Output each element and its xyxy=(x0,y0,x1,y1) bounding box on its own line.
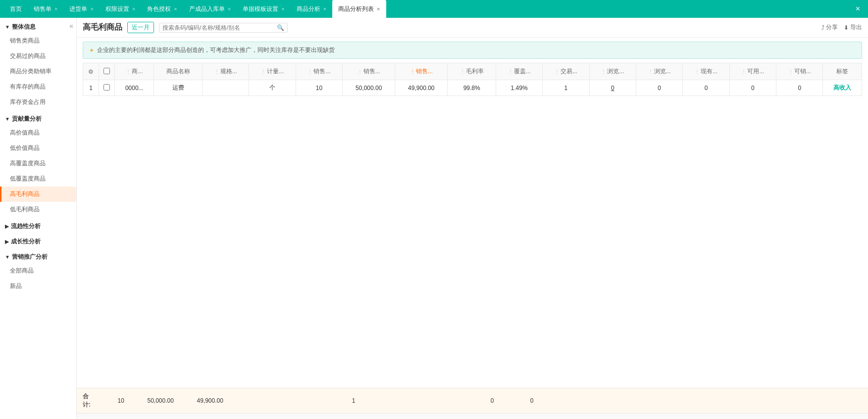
nav-analysis-list[interactable]: 商品分析列表 × xyxy=(332,0,386,18)
window-close-button[interactable]: × xyxy=(852,4,864,13)
cell-trade: 1 xyxy=(543,80,589,96)
close-icon[interactable]: × xyxy=(281,6,284,12)
table-header-row: ⚙ ⋮商... 商品名称 ⋮规格... ⋮计量... ⋮销售... ⋮销售...… xyxy=(83,63,862,80)
sidebar-item-traded-goods[interactable]: 交易过的商品 xyxy=(0,48,76,64)
th-saleable[interactable]: ⋮可销... xyxy=(776,63,823,80)
content-area: 高毛利商品 近一月 🔍 ⤴ 分享 ⬇ 导出 ✦ 企业的主要的利润都是这部分商品创… xyxy=(77,18,868,419)
th-trade[interactable]: ⋮交易... xyxy=(543,63,589,80)
sidebar-item-high-coverage[interactable]: 高覆盖度商品 xyxy=(0,156,76,171)
th-checkbox[interactable] xyxy=(99,63,115,80)
table-row: 1 0000... 运费 个 10 50,000.00 49,900.00 99… xyxy=(83,80,862,96)
nav-sales[interactable]: 销售单 × xyxy=(28,0,63,18)
chevron-right-icon: ▶ xyxy=(5,239,9,244)
export-button[interactable]: ⬇ 导出 xyxy=(844,23,862,32)
th-gross-rate[interactable]: ⋮毛利率 xyxy=(448,63,496,80)
sidebar-group-flow[interactable]: ▶ 流趋性分析 xyxy=(0,217,76,233)
close-icon[interactable]: × xyxy=(90,6,93,12)
header-actions: ⤴ 分享 ⬇ 导出 xyxy=(821,23,862,32)
nav-purchase[interactable]: 进货单 × xyxy=(63,0,99,18)
sidebar-item-low-value[interactable]: 低价值商品 xyxy=(0,140,76,156)
row-checkbox[interactable] xyxy=(103,84,110,91)
info-banner: ✦ 企业的主要的利润都是这部分商品创造的，可考虑加大推广，同时关注库存是不要出现… xyxy=(83,42,862,59)
th-tag[interactable]: 标签 xyxy=(823,63,862,80)
footer-label: 合计: xyxy=(83,392,96,409)
sidebar-item-stock-funds[interactable]: 库存资金占用 xyxy=(0,94,76,110)
close-icon[interactable]: × xyxy=(54,6,57,12)
close-icon[interactable]: × xyxy=(228,6,231,12)
share-button[interactable]: ⤴ 分享 xyxy=(821,23,838,32)
nav-permission[interactable]: 权限设置 × xyxy=(100,0,141,18)
footer-sales3: 49,900.00 xyxy=(185,397,235,404)
th-browse1[interactable]: ⋮浏览... xyxy=(589,63,636,80)
close-icon[interactable]: × xyxy=(323,6,326,12)
sidebar-item-all-goods[interactable]: 全部商品 xyxy=(0,263,76,279)
sidebar-group-growth[interactable]: ▶ 成长性分析 xyxy=(0,233,76,248)
sidebar-item-new-goods[interactable]: 新品 xyxy=(0,279,76,294)
cell-code: 0000... xyxy=(115,80,154,96)
main-layout: « ▼ 整体信息 销售类商品 交易过的商品 商品分类助销率 有库存的商品 库存资… xyxy=(0,18,868,419)
page-title: 高毛利商品 xyxy=(83,22,122,33)
th-sales2[interactable]: ⋮销售... xyxy=(343,63,395,80)
search-icon[interactable]: 🔍 xyxy=(277,24,284,31)
cell-sales3: 49,900.00 xyxy=(395,80,448,96)
nav-template[interactable]: 单据模板设置 × xyxy=(237,0,290,18)
sidebar-item-category-rate[interactable]: 商品分类助销率 xyxy=(0,64,76,79)
footer-spacer xyxy=(235,397,334,404)
period-button[interactable]: 近一月 xyxy=(127,22,154,33)
content-header: 高毛利商品 近一月 🔍 ⤴ 分享 ⬇ 导出 xyxy=(77,18,868,38)
sidebar-item-high-margin[interactable]: 高毛利商品 xyxy=(0,186,76,202)
footer-sales1: 10 xyxy=(106,397,136,404)
sidebar-item-low-coverage[interactable]: 低覆盖度商品 xyxy=(0,171,76,186)
bottom-scrollbar[interactable] xyxy=(77,413,868,419)
sidebar: « ▼ 整体信息 销售类商品 交易过的商品 商品分类助销率 有库存的商品 库存资… xyxy=(0,18,77,419)
cell-unit: 个 xyxy=(249,80,296,96)
th-coverage[interactable]: ⋮覆盖... xyxy=(496,63,542,80)
th-sales1[interactable]: ⋮销售... xyxy=(296,63,342,80)
sidebar-group-contribution[interactable]: ▼ 贡献量分析 xyxy=(0,110,76,125)
th-code[interactable]: ⋮商... xyxy=(115,63,154,80)
cell-name: 运费 xyxy=(154,80,203,96)
cell-checkbox[interactable] xyxy=(99,80,115,96)
export-icon: ⬇ xyxy=(844,24,849,31)
th-sales3[interactable]: ⋮销售... xyxy=(395,63,448,80)
close-icon[interactable]: × xyxy=(174,6,177,12)
th-name[interactable]: 商品名称 xyxy=(154,63,203,80)
nav-analysis[interactable]: 商品分析 × xyxy=(291,0,332,18)
footer-current: 0 xyxy=(472,397,512,404)
cell-index: 1 xyxy=(83,80,99,96)
sidebar-item-high-value[interactable]: 高价值商品 xyxy=(0,125,76,140)
chevron-down-icon: ▼ xyxy=(5,116,10,122)
th-available[interactable]: ⋮可用... xyxy=(729,63,776,80)
th-browse2[interactable]: ⋮浏览... xyxy=(636,63,683,80)
cell-sales2: 50,000.00 xyxy=(343,80,395,96)
sidebar-item-low-margin[interactable]: 低毛利商品 xyxy=(0,202,76,217)
nav-product-entry[interactable]: 产成品入库单 × xyxy=(183,0,237,18)
chevron-down-icon: ▼ xyxy=(5,24,10,30)
cell-browse1[interactable]: 0 xyxy=(589,80,636,96)
select-all-checkbox[interactable] xyxy=(103,68,110,74)
top-nav: 首页 销售单 × 进货单 × 权限设置 × 角色授权 × 产成品入库单 × 单据… xyxy=(0,0,868,18)
nav-role[interactable]: 角色授权 × xyxy=(141,0,183,18)
th-current[interactable]: ⋮现有... xyxy=(683,63,729,80)
nav-home[interactable]: 首页 xyxy=(4,0,28,18)
footer-sales2: 50,000.00 xyxy=(136,397,185,404)
cell-coverage: 1.49% xyxy=(496,80,542,96)
data-table: ⚙ ⋮商... 商品名称 ⋮规格... ⋮计量... ⋮销售... ⋮销售...… xyxy=(83,63,862,96)
th-settings[interactable]: ⚙ xyxy=(83,63,99,80)
footer-available: 0 xyxy=(512,397,552,404)
sidebar-collapse-button[interactable]: « xyxy=(69,22,73,30)
close-icon[interactable]: × xyxy=(377,6,380,12)
cell-sales1: 10 xyxy=(296,80,342,96)
data-table-container: ⚙ ⋮商... 商品名称 ⋮规格... ⋮计量... ⋮销售... ⋮销售...… xyxy=(77,63,868,388)
cell-available: 0 xyxy=(729,80,776,96)
sidebar-group-overall[interactable]: ▼ 整体信息 xyxy=(0,18,76,33)
th-spec[interactable]: ⋮规格... xyxy=(203,63,249,80)
chevron-right-icon: ▶ xyxy=(5,224,9,229)
close-icon[interactable]: × xyxy=(132,6,135,12)
search-input[interactable] xyxy=(162,24,277,31)
sidebar-item-in-stock[interactable]: 有库存的商品 xyxy=(0,79,76,94)
th-unit[interactable]: ⋮计量... xyxy=(249,63,296,80)
cell-current: 0 xyxy=(683,80,729,96)
sidebar-group-marketing[interactable]: ▼ 营销推广分析 xyxy=(0,248,76,263)
sidebar-item-sales-goods[interactable]: 销售类商品 xyxy=(0,33,76,48)
